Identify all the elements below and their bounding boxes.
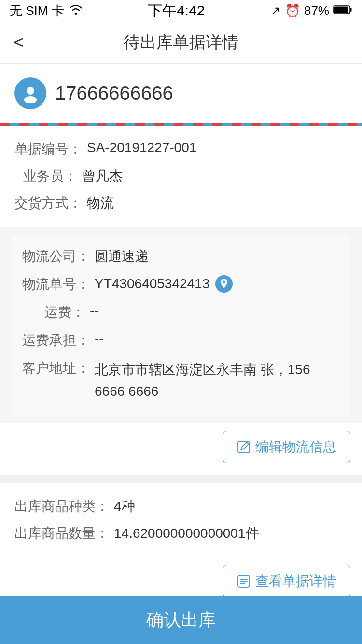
address-value: 北京市市辖区海淀区永丰南 张，156 6666 6666 <box>95 359 340 403</box>
salesman-row: 业务员： 曾凡杰 <box>14 167 348 185</box>
customer-phone: 17666666666 <box>55 83 173 104</box>
doc-info-section: 单据编号： SA-20191227-001 业务员： 曾凡杰 交货方式： 物流 <box>0 126 362 227</box>
status-bar: 无 SIM 卡 下午4:42 ↗ ⏰ 87% <box>0 0 362 21</box>
delivery-value: 物流 <box>87 194 348 212</box>
freight-bearer-value: -- <box>95 331 340 347</box>
logistics-company-row: 物流公司： 圆通速递 <box>22 247 340 266</box>
freight-label: 运费： <box>22 303 85 322</box>
address-label: 客户地址： <box>22 359 90 378</box>
tracking-location-icon[interactable] <box>215 275 233 293</box>
salesman-value: 曾凡杰 <box>82 167 348 185</box>
goods-section: 出库商品种类： 4种 出库商品数量： 14.620000000000001件 <box>0 483 362 557</box>
goods-quantity-row: 出库商品数量： 14.620000000000001件 <box>14 524 348 543</box>
logistics-tracking-value: YT43064053424​13 <box>95 275 340 293</box>
goods-types-row: 出库商品种类： 4种 <box>14 497 348 516</box>
goods-quantity-label: 出库商品数量： <box>14 524 109 543</box>
goods-types-label: 出库商品种类： <box>14 497 109 516</box>
back-button[interactable]: < <box>14 32 24 53</box>
goods-quantity-value: 14.620000000000001件 <box>114 524 348 543</box>
delivery-label: 交货方式： <box>14 194 82 212</box>
battery-icon <box>333 3 352 18</box>
alarm-icon: ⏰ <box>285 3 300 18</box>
view-details-button[interactable]: 查看单据详情 <box>223 565 350 598</box>
wifi-icon <box>69 3 83 18</box>
freight-bearer-row: 运费承担： -- <box>22 331 340 350</box>
freight-row: 运费： -- <box>22 303 340 322</box>
status-time: 下午4:42 <box>148 1 205 21</box>
edit-btn-wrap: 编辑物流信息 <box>0 423 362 475</box>
carrier-text: 无 SIM 卡 <box>10 2 64 19</box>
confirm-bar[interactable]: 确认出库 <box>0 596 362 644</box>
nav-bar: < 待出库单据详情 <box>0 21 362 64</box>
svg-rect-2 <box>334 6 348 13</box>
delivery-row: 交货方式： 物流 <box>14 194 348 212</box>
logistics-tracking-label: 物流单号： <box>22 275 90 294</box>
logistics-card: 物流公司： 圆通速递 物流单号： YT43064053424​13 运费： --… <box>12 235 350 415</box>
status-right: ↗ ⏰ 87% <box>270 3 352 18</box>
view-btn-label: 查看单据详情 <box>255 572 336 590</box>
svg-point-4 <box>24 96 37 103</box>
location-status-icon: ↗ <box>270 3 281 18</box>
status-left: 无 SIM 卡 <box>10 2 83 19</box>
salesman-label: 业务员： <box>14 167 77 185</box>
logistics-company-value: 圆通速递 <box>95 247 340 266</box>
confirm-button-label: 确认出库 <box>146 608 216 632</box>
customer-header: 17666666666 <box>0 64 362 123</box>
goods-types-value: 4种 <box>114 497 348 516</box>
freight-bearer-label: 运费承担： <box>22 331 90 350</box>
doc-no-label: 单据编号： <box>14 140 82 158</box>
doc-no-value: SA-20191227-001 <box>87 140 348 155</box>
edit-logistics-button[interactable]: 编辑物流信息 <box>223 431 350 463</box>
edit-btn-label: 编辑物流信息 <box>255 438 336 456</box>
svg-point-3 <box>27 87 34 95</box>
logistics-company-label: 物流公司： <box>22 247 90 266</box>
freight-value: -- <box>90 303 340 319</box>
customer-avatar <box>14 77 46 109</box>
doc-no-row: 单据编号： SA-20191227-001 <box>14 140 348 158</box>
battery-text: 87% <box>304 3 329 18</box>
address-row: 客户地址： 北京市市辖区海淀区永丰南 张，156 6666 6666 <box>22 359 340 403</box>
logistics-tracking-row: 物流单号： YT43064053424​13 <box>22 275 340 294</box>
nav-title: 待出库单据详情 <box>124 31 238 54</box>
section-divider-1 <box>0 475 362 483</box>
svg-rect-1 <box>350 8 351 12</box>
